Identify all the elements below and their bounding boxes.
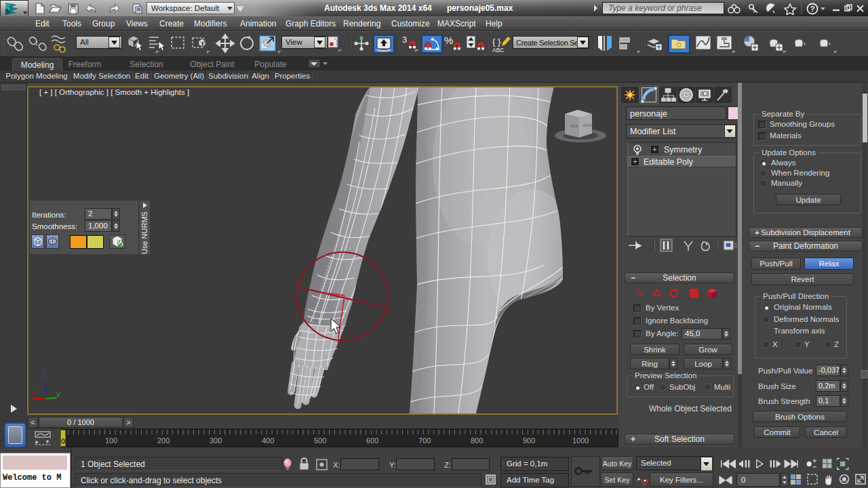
- svg-text:%: %: [444, 35, 453, 46]
- svg-text:y: y: [56, 390, 60, 398]
- svg-text:3: 3: [402, 35, 407, 45]
- svg-text:{ }: { }: [492, 37, 501, 47]
- svg-text:z: z: [43, 371, 47, 379]
- svg-text:x: x: [32, 388, 36, 396]
- svg-text:BACK: BACK: [583, 123, 593, 127]
- svg-text:BCK: BCK: [571, 124, 578, 128]
- svg-text:?: ?: [810, 5, 815, 13]
- svg-text:ABC: ABC: [492, 47, 504, 54]
